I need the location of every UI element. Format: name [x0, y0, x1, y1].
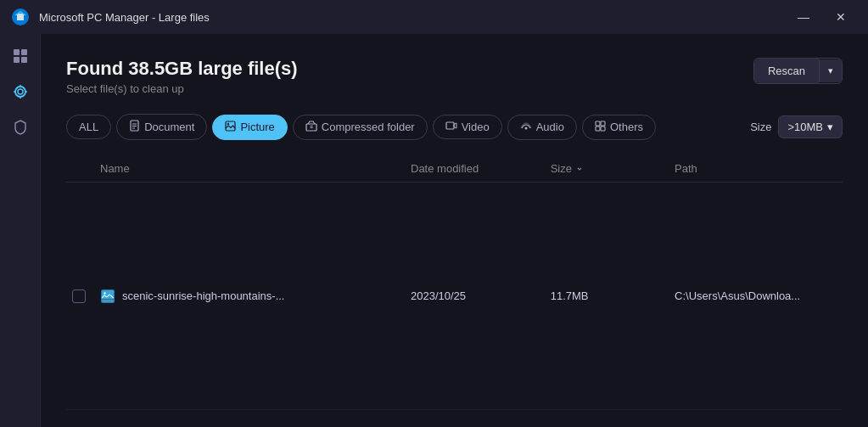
- sidebar-icon-shield[interactable]: [7, 114, 34, 141]
- video-tab-label: Video: [462, 121, 490, 133]
- svg-rect-27: [102, 290, 114, 299]
- rescan-btn-group: Rescan ▾: [753, 58, 843, 84]
- svg-point-28: [104, 292, 106, 295]
- others-tab-label: Others: [610, 121, 643, 133]
- rescan-button[interactable]: Rescan: [754, 59, 819, 83]
- sort-icon: [575, 165, 584, 173]
- filter-tab-video[interactable]: Video: [433, 115, 502, 139]
- col-header-name: Name: [100, 155, 411, 183]
- file-name: scenic-sunrise-high-mountains-...: [122, 289, 284, 302]
- rescan-dropdown-button[interactable]: ▾: [819, 59, 842, 82]
- document-tab-label: Document: [144, 121, 194, 133]
- svg-rect-3: [14, 57, 20, 63]
- video-tab-icon: [445, 121, 457, 133]
- col-header-size[interactable]: Size: [551, 155, 675, 183]
- sidebar-icon-scan[interactable]: [7, 78, 34, 105]
- all-tab-label: ALL: [79, 121, 98, 133]
- col-header-path: Path: [675, 155, 843, 183]
- content-header: Found 38.5GB large file(s) Select file(s…: [66, 58, 843, 95]
- table-row: scenic-sunrise-high-mountains-... 2023/1…: [66, 183, 843, 410]
- window-title: Microsoft PC Manager - Large files: [39, 11, 787, 24]
- svg-point-21: [524, 126, 527, 129]
- svg-point-16: [227, 122, 229, 124]
- svg-rect-24: [596, 126, 600, 131]
- filter-tab-compressed[interactable]: Compressed folder: [293, 115, 428, 140]
- filter-tab-all[interactable]: ALL: [66, 115, 111, 139]
- table-body: scenic-sunrise-high-mountains-... 2023/1…: [66, 183, 843, 410]
- file-type-icon: [100, 289, 115, 304]
- row-path-cell: C:\Users\Asus\Downloa...: [675, 183, 843, 410]
- row-checkbox-cell[interactable]: [66, 183, 100, 410]
- picture-tab-label: Picture: [240, 121, 274, 133]
- page-title: Found 38.5GB large file(s): [66, 58, 298, 80]
- svg-point-5: [15, 87, 25, 97]
- svg-rect-29: [102, 300, 114, 302]
- table-header: Name Date modified Size: [66, 155, 843, 183]
- row-checkbox[interactable]: [72, 289, 86, 303]
- svg-rect-2: [21, 49, 27, 55]
- close-button[interactable]: ✕: [824, 4, 858, 30]
- compressed-tab-label: Compressed folder: [322, 121, 415, 133]
- size-filter: Size >10MB ▾: [750, 115, 843, 138]
- minimize-button[interactable]: —: [787, 4, 820, 30]
- col-header-date: Date modified: [411, 155, 551, 183]
- main-content: Found 38.5GB large file(s) Select file(s…: [41, 34, 868, 427]
- audio-tab-icon: [520, 121, 532, 134]
- col-header-checkbox: [66, 155, 100, 183]
- others-tab-icon: [595, 121, 606, 134]
- window-controls: — ✕: [787, 4, 858, 30]
- row-date-cell: 2023/10/25: [411, 183, 551, 410]
- filter-tab-audio[interactable]: Audio: [507, 115, 577, 140]
- header-left: Found 38.5GB large file(s) Select file(s…: [66, 58, 298, 95]
- svg-rect-23: [601, 121, 605, 126]
- picture-tab-icon: [225, 121, 236, 134]
- svg-rect-1: [14, 49, 20, 55]
- sidebar: [0, 34, 41, 427]
- svg-rect-25: [601, 126, 605, 131]
- audio-tab-label: Audio: [536, 121, 564, 133]
- size-filter-label: Size: [750, 121, 771, 133]
- page-subtitle: Select file(s) to clean up: [66, 82, 298, 95]
- filter-tab-document[interactable]: Document: [116, 114, 207, 140]
- app-body: Found 38.5GB large file(s) Select file(s…: [0, 34, 868, 427]
- svg-rect-20: [446, 122, 454, 129]
- filter-tab-picture[interactable]: Picture: [212, 115, 287, 140]
- file-table: Name Date modified Size: [66, 155, 843, 410]
- size-dropdown[interactable]: >10MB ▾: [778, 115, 843, 138]
- app-logo: [10, 7, 31, 27]
- document-tab-icon: [129, 120, 140, 134]
- row-name-cell: scenic-sunrise-high-mountains-...: [100, 183, 411, 410]
- filter-bar: ALL Document: [66, 114, 843, 140]
- svg-rect-22: [596, 121, 600, 126]
- size-value: >10MB: [787, 121, 823, 133]
- size-chevron-icon: ▾: [827, 121, 833, 133]
- svg-point-6: [18, 89, 23, 94]
- titlebar: Microsoft PC Manager - Large files — ✕: [0, 0, 868, 34]
- row-size-cell: 11.7MB: [551, 183, 675, 410]
- sidebar-icon-home[interactable]: [7, 42, 34, 70]
- compressed-tab-icon: [305, 121, 317, 134]
- svg-rect-4: [21, 57, 27, 63]
- filter-tab-others[interactable]: Others: [582, 115, 656, 140]
